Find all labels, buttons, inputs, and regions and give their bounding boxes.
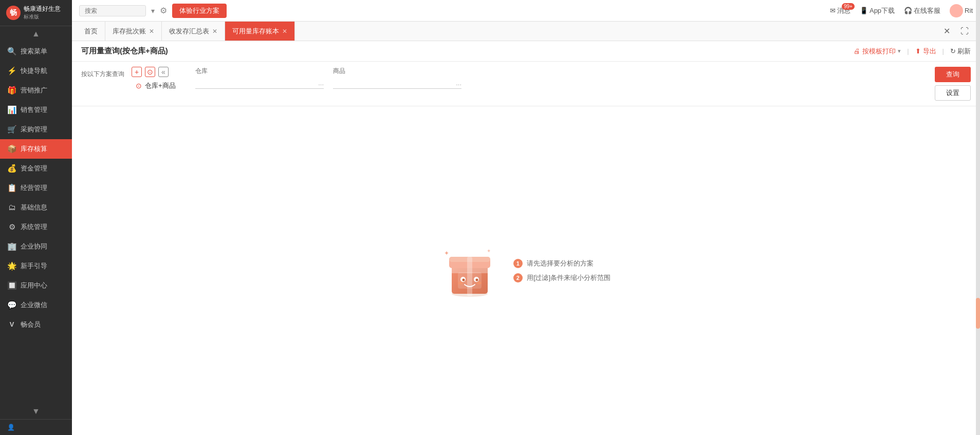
- filter-schemes: + ⊙ « ⊙ 仓库+商品: [132, 67, 188, 92]
- tab-available-close-icon[interactable]: ✕: [282, 28, 287, 35]
- sidebar-item-search[interactable]: 🔍 搜索菜单: [0, 42, 72, 61]
- scheme-collapse-btn[interactable]: «: [158, 67, 169, 77]
- page-actions: 🖨 按模板打印 ▾ | ⬆ 导出 | ↻ 刷新: [854, 47, 971, 56]
- finance-icon: 💰: [7, 164, 16, 173]
- topbar-search-input[interactable]: [79, 5, 146, 16]
- product-more-btn[interactable]: ...: [456, 79, 461, 87]
- app-logo-text: 畅康通好生意 标准版: [24, 5, 61, 21]
- sidebar-logo: 畅 畅康通好生意 标准版: [0, 0, 72, 26]
- scheme-item-warehouse-product[interactable]: ⊙ 仓库+商品: [132, 79, 188, 92]
- export-icon: ⬆: [915, 47, 921, 55]
- sidebar-menu: 🔍 搜索菜单 ⚡ 快捷导航 🎁 营销推广 📊 销售管理 🛒 采购管理 📦 库存核…: [0, 42, 72, 404]
- sidebar: 畅 畅康通好生意 标准版 ▲ 🔍 搜索菜单 ⚡ 快捷导航 🎁 营销推广 📊 销售…: [0, 0, 72, 435]
- sidebar-item-finance[interactable]: 💰 资金管理: [0, 159, 72, 178]
- tabs-bar: 首页 库存批次账 ✕ 收发存汇总表 ✕ 可用量库存账本 ✕ ✕ ⛶: [72, 22, 980, 41]
- sales-icon: 📊: [7, 105, 16, 115]
- svg-point-13: [476, 281, 482, 285]
- warehouse-more-btn[interactable]: ...: [318, 79, 324, 87]
- enterprise-icon: 🏢: [7, 242, 16, 251]
- sidebar-item-purchase[interactable]: 🛒 采购管理: [0, 120, 72, 139]
- sidebar-bottom-user[interactable]: 👤: [0, 419, 72, 435]
- settings-btn[interactable]: 设置: [935, 85, 971, 101]
- purchase-icon: 🛒: [7, 125, 16, 134]
- filter-field-product: 商品 ...: [333, 67, 461, 89]
- user-avatar-small: 👤: [7, 424, 15, 431]
- dropdown-arrow-icon[interactable]: ▾: [151, 7, 155, 15]
- box-svg: ✦ ✦: [441, 242, 498, 299]
- tabs-right-actions: ✕ ⛶: [940, 25, 975, 37]
- sidebar-scroll-up[interactable]: ▲: [0, 26, 72, 42]
- svg-point-11: [475, 279, 478, 281]
- sidebar-item-sales[interactable]: 📊 销售管理: [0, 100, 72, 120]
- quick-icon: ⚡: [7, 66, 16, 75]
- tab-home[interactable]: 首页: [77, 22, 105, 41]
- sidebar-item-operation[interactable]: 📋 经营管理: [0, 178, 72, 198]
- tab-summary[interactable]: 收发存汇总表 ✕: [162, 22, 225, 41]
- filter-actions: 查询 设置: [935, 67, 971, 101]
- page-header: 可用量查询(按仓库+商品) 🖨 按模板打印 ▾ | ⬆ 导出 | ↻ 刷新: [72, 41, 980, 62]
- product-input-wrapper: ...: [333, 78, 461, 89]
- filter-scheme-header: + ⊙ «: [132, 67, 188, 77]
- search-icon: 🔍: [7, 47, 16, 56]
- topbar: ▾ ⚙ 体验行业方案 ✉ 消息 99+ 📱 App下载 🎧 在线客服 Rit: [72, 0, 980, 22]
- message-btn[interactable]: ✉ 消息 99+: [830, 6, 850, 15]
- app-logo-icon: 畅: [6, 6, 21, 20]
- topbar-right: ✉ 消息 99+ 📱 App下载 🎧 在线客服 Rit: [830, 4, 973, 17]
- filter-field-warehouse: 仓库 ...: [195, 67, 324, 89]
- online-service-btn[interactable]: 🎧 在线客服: [904, 6, 940, 15]
- sidebar-scroll-down[interactable]: ▼: [0, 404, 72, 419]
- product-label: 商品: [333, 67, 461, 75]
- sidebar-item-apps[interactable]: 🔲 应用中心: [0, 276, 72, 295]
- refresh-btn[interactable]: ↻ 刷新: [950, 47, 971, 56]
- guide-icon: 🌟: [7, 261, 16, 271]
- sidebar-item-system[interactable]: ⚙ 系统管理: [0, 217, 72, 237]
- system-icon: ⚙: [7, 222, 16, 232]
- message-badge: 99+: [842, 3, 855, 10]
- sidebar-item-member[interactable]: V 畅会员: [0, 315, 72, 334]
- tab-batch[interactable]: 库存批次账 ✕: [105, 22, 162, 41]
- svg-text:✦: ✦: [487, 248, 491, 254]
- scheme-settings-btn[interactable]: ⊙: [145, 67, 155, 77]
- gear-icon[interactable]: ⚙: [160, 6, 167, 15]
- operation-icon: 📋: [7, 183, 16, 193]
- print-icon: 🖨: [854, 47, 860, 55]
- sidebar-item-quick[interactable]: ⚡ 快捷导航: [0, 61, 72, 81]
- tab-close-window-icon[interactable]: ✕: [940, 25, 953, 37]
- sidebar-item-inventory[interactable]: 📦 库存核算: [0, 139, 72, 159]
- export-btn[interactable]: ⬆ 导出: [915, 47, 936, 56]
- add-scheme-btn[interactable]: +: [132, 67, 142, 77]
- warehouse-input[interactable]: [195, 79, 316, 87]
- action-separator2: |: [942, 47, 944, 55]
- filter-fields: 仓库 ... 商品 ...: [195, 67, 928, 89]
- tab-batch-close-icon[interactable]: ✕: [149, 28, 154, 35]
- page-title: 可用量查询(按仓库+商品): [81, 46, 168, 56]
- scheme-item-icon: ⊙: [136, 82, 142, 90]
- empty-hints: 1 请先选择要分析的方案 2 用[过滤]条件来缩小分析范围: [513, 259, 611, 282]
- svg-point-12: [458, 281, 463, 285]
- right-scrollbar[interactable]: [976, 0, 980, 435]
- action-separator: |: [907, 47, 909, 55]
- print-dropdown-icon[interactable]: ▾: [898, 48, 901, 54]
- member-icon: V: [7, 320, 16, 328]
- mobile-icon: 📱: [860, 7, 868, 14]
- print-btn[interactable]: 🖨 按模板打印 ▾: [854, 47, 901, 56]
- sidebar-item-wechat[interactable]: 💬 企业微信: [0, 295, 72, 315]
- filter-area: 按以下方案查询 + ⊙ « ⊙ 仓库+商品 仓库 ... 商品: [72, 62, 980, 106]
- product-input[interactable]: [333, 79, 454, 87]
- app-download-btn[interactable]: 📱 App下载: [860, 6, 895, 15]
- sidebar-item-basic[interactable]: 🗂 基础信息: [0, 198, 72, 217]
- sidebar-item-enterprise[interactable]: 🏢 企业协同: [0, 237, 72, 256]
- industry-btn[interactable]: 体验行业方案: [172, 4, 227, 18]
- empty-content: ✦ ✦ 1 请先选择要分析的方案 2 用[过: [441, 242, 611, 299]
- tab-available[interactable]: 可用量库存账本 ✕: [225, 22, 295, 41]
- query-btn[interactable]: 查询: [935, 67, 971, 82]
- warehouse-input-wrapper: ...: [195, 78, 324, 89]
- user-menu-btn[interactable]: Rit: [950, 4, 973, 17]
- wechat-icon: 💬: [7, 300, 16, 310]
- tab-maximize-icon[interactable]: ⛶: [957, 26, 972, 37]
- empty-state: ✦ ✦ 1 请先选择要分析的方案 2 用[过: [72, 106, 980, 435]
- sidebar-item-marketing[interactable]: 🎁 营销推广: [0, 81, 72, 100]
- tab-summary-close-icon[interactable]: ✕: [212, 28, 217, 35]
- sidebar-item-guide[interactable]: 🌟 新手引导: [0, 256, 72, 276]
- hint-1: 1 请先选择要分析的方案: [513, 259, 611, 268]
